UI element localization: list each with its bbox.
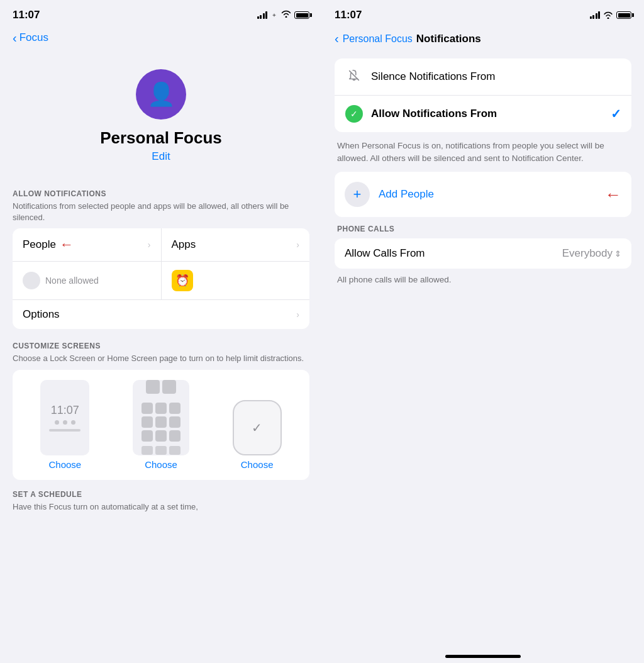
right-time: 11:07 [335, 9, 362, 21]
add-people-row[interactable]: + Add People ← [335, 172, 631, 217]
checkmark-icon: ✓ [611, 106, 621, 121]
back-focus-label: Focus [19, 31, 48, 44]
options-row[interactable]: Options › [13, 300, 309, 329]
clock-app-icon: ⏰ [172, 270, 193, 291]
people-chevron-icon: › [148, 240, 151, 250]
home-screen-preview [133, 380, 189, 455]
none-allowed-label: None allowed [45, 276, 99, 286]
red-arrow-people-icon: ← [60, 237, 74, 253]
allow-notifications-subtitle: Notifications from selected people and a… [13, 201, 309, 223]
left-scroll-content: 👤 Personal Focus Edit ALLOW NOTIFICATION… [0, 50, 322, 663]
plus-circle-icon: + [345, 182, 370, 207]
lock-dots [55, 420, 75, 425]
right-scroll-content: Silence Notifications From ✓ Allow Notif… [322, 52, 644, 642]
customize-screens-subtitle: Choose a Lock Screen or Home Screen page… [13, 353, 309, 364]
lock-bar [49, 429, 80, 432]
plus-icon: + [353, 187, 362, 201]
people-label: People [23, 238, 56, 251]
home-indicator [322, 642, 644, 663]
right-nav: ‹ Personal Focus Notifications [322, 26, 644, 52]
allow-row[interactable]: ✓ Allow Notifications From ✓ [335, 96, 631, 132]
silence-icon-container [345, 67, 364, 86]
check-shield-icon: ✓ [345, 105, 363, 123]
people-apps-row: People ← › Apps › [13, 228, 309, 262]
allow-calls-row[interactable]: Allow Calls From Everybody ⇕ [335, 238, 631, 269]
left-time: 11:07 [13, 9, 40, 21]
lock-screen-choose-button[interactable]: Choose [48, 459, 81, 470]
home-screen-choose-button[interactable]: Choose [145, 459, 177, 470]
schedule-subtitle: Have this Focus turn on automatically at… [13, 501, 309, 513]
left-status-icons: ﹢ [257, 9, 309, 21]
right-back-label[interactable]: Personal Focus [343, 33, 413, 45]
phone-calls-section-label: PHONE CALLS [335, 225, 631, 233]
calls-description: All phone calls will be allowed. [335, 272, 631, 284]
apps-label: Apps [172, 238, 196, 251]
watch-screen-preview: ✓ [233, 400, 282, 455]
add-people-label: Add People [379, 188, 596, 201]
right-status-bar: 11:07 [322, 0, 644, 26]
app-grid [142, 403, 180, 442]
svg-point-0 [608, 18, 609, 20]
allow-notifications-label: Allow Notifications From [371, 108, 603, 120]
home-dock [142, 446, 180, 455]
allow-calls-label: Allow Calls From [345, 247, 562, 260]
apps-cell[interactable]: Apps › [162, 228, 310, 261]
right-battery-icon [616, 11, 631, 19]
allow-notifications-card: People ← › Apps › None allowed [13, 228, 309, 329]
watch-choose-button[interactable]: Choose [241, 459, 274, 470]
apps-chevron-icon: › [296, 240, 299, 250]
empty-avatar-icon [23, 272, 40, 289]
add-people-card: + Add People ← [335, 172, 631, 217]
up-down-arrows-icon: ⇕ [614, 249, 621, 259]
none-allowed-cell: None allowed [13, 262, 162, 299]
right-back-chevron-icon: ‹ [335, 31, 339, 46]
customize-screens-card: 11:07 Choose [13, 370, 309, 480]
left-nav: ‹ Focus [0, 26, 322, 50]
back-chevron-icon: ‹ [13, 31, 17, 44]
signal-icon [257, 11, 268, 19]
silence-row[interactable]: Silence Notifications From [335, 58, 631, 96]
left-panel: 11:07 ﹢ ‹ Focus [0, 0, 322, 663]
right-signal-icon [590, 11, 601, 19]
right-panel: 11:07 ‹ Personal Focus Notifications [322, 0, 644, 663]
schedule-section: SET A SCHEDULE Have this Focus turn on a… [13, 490, 309, 513]
profile-name: Personal Focus [100, 128, 222, 148]
watch-screen-item: ✓ Choose [233, 400, 282, 470]
allow-calls-value: Everybody [562, 247, 613, 260]
right-status-icons [590, 11, 632, 19]
right-page-title: Notifications [416, 33, 481, 45]
wifi-icon: ﹢ [270, 9, 291, 21]
options-label: Options [23, 308, 292, 321]
people-cell[interactable]: People ← › [13, 228, 162, 261]
phone-calls-section: PHONE CALLS Allow Calls From Everybody ⇕… [335, 225, 631, 284]
home-bar [445, 655, 521, 658]
allow-calls-card: Allow Calls From Everybody ⇕ [335, 238, 631, 269]
screens-row: 11:07 Choose [23, 380, 299, 470]
person-icon: 👤 [147, 81, 175, 108]
red-arrow-add-people-icon: ← [605, 185, 621, 204]
customize-screens-title: CUSTOMIZE SCREENS [13, 342, 309, 350]
notification-description: When Personal Focus is on, notifications… [335, 140, 631, 172]
notification-options-card: Silence Notifications From ✓ Allow Notif… [335, 58, 631, 132]
lock-screen-preview: 11:07 [40, 380, 89, 455]
lock-screen-item: 11:07 Choose [40, 380, 89, 470]
left-status-bar: 11:07 ﹢ [0, 0, 322, 26]
allow-notifications-title: ALLOW NOTIFICATIONS [13, 189, 309, 198]
people-apps-sub-row: None allowed ⏰ [13, 262, 309, 300]
options-chevron-icon: › [296, 309, 299, 320]
edit-button[interactable]: Edit [152, 150, 170, 163]
allow-notifications-section-header: ALLOW NOTIFICATIONS Notifications from s… [13, 189, 309, 223]
customize-screens-header: CUSTOMIZE SCREENS Choose a Lock Screen o… [13, 342, 309, 364]
avatar: 👤 [136, 69, 186, 120]
battery-icon [294, 11, 309, 19]
apps-icon-cell: ⏰ [162, 262, 310, 299]
schedule-title: SET A SCHEDULE [13, 490, 309, 499]
right-wifi-icon [603, 11, 613, 19]
bell-slash-icon [347, 69, 361, 86]
back-to-focus-button[interactable]: ‹ Focus [13, 31, 309, 44]
silence-notifications-label: Silence Notifications From [371, 70, 621, 83]
home-screen-item: Choose [133, 380, 189, 470]
watch-checkmark-icon: ✓ [252, 420, 262, 435]
people-with-arrow: People ← [23, 237, 74, 253]
allow-icon-container: ✓ [345, 104, 364, 123]
